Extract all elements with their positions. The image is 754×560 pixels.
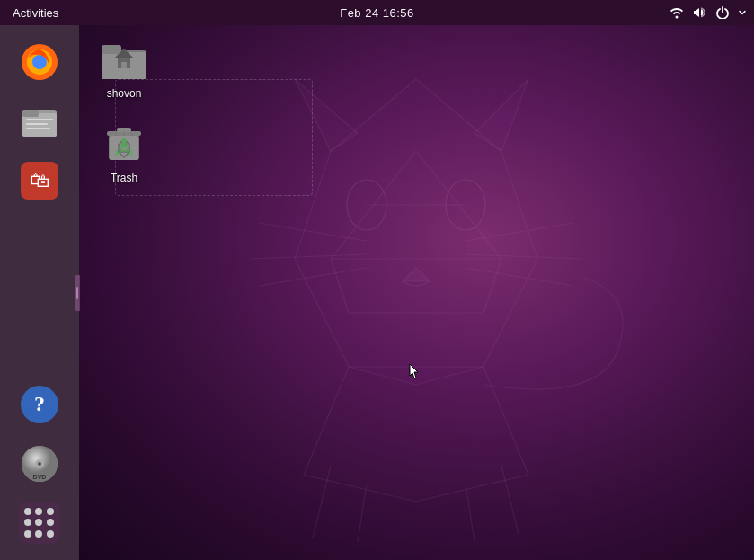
dock-item-firefox[interactable]: [12, 34, 67, 90]
files-icon: [19, 101, 60, 142]
grid-dot: [24, 530, 31, 538]
help-icon: ?: [19, 384, 60, 425]
show-applications-icon: [19, 502, 60, 544]
svg-rect-8: [26, 123, 48, 125]
svg-text:?: ?: [34, 392, 45, 415]
svg-point-0: [676, 16, 679, 19]
desktop: shovon: [79, 25, 754, 560]
dock: 🛍 ? DVD: [0, 25, 79, 560]
software-center-icon: 🛍: [19, 160, 60, 201]
svg-text:DVD: DVD: [33, 474, 47, 480]
dock-item-help[interactable]: ?: [12, 377, 67, 432]
topbar-datetime[interactable]: Feb 24 16:56: [340, 6, 414, 20]
activities-button[interactable]: Activities: [7, 6, 64, 20]
grid-dot: [24, 508, 31, 515]
system-menu-icon[interactable]: [738, 8, 747, 17]
grid-dot: [24, 519, 31, 526]
svg-text:♻: ♻: [118, 140, 130, 156]
network-icon[interactable]: [670, 6, 684, 19]
svg-point-17: [38, 462, 41, 466]
topbar-right: [670, 6, 747, 19]
grid-dot: [47, 519, 54, 526]
grid-dot: [35, 519, 42, 526]
trash-icon-container: ♻: [100, 119, 148, 167]
svg-line-34: [466, 484, 475, 542]
svg-rect-6: [22, 110, 39, 117]
volume-icon[interactable]: [693, 6, 707, 19]
dock-item-software[interactable]: 🛍: [12, 153, 67, 209]
home-folder-label: shovon: [103, 86, 146, 101]
svg-rect-48: [121, 62, 127, 68]
firefox-icon: [19, 41, 60, 83]
grid-dot: [35, 530, 42, 538]
svg-text:🛍: 🛍: [30, 169, 49, 191]
desktop-wallpaper: [79, 25, 754, 560]
dock-item-apps-grid[interactable]: [12, 495, 67, 551]
svg-rect-7: [26, 119, 53, 120]
desktop-icon-trash[interactable]: ♻ Trash: [88, 119, 160, 185]
grid-dot: [47, 508, 54, 515]
desktop-icons: shovon: [88, 34, 160, 185]
svg-line-33: [358, 484, 367, 542]
svg-marker-31: [304, 367, 528, 502]
home-folder-icon: [100, 34, 148, 83]
dock-item-files[interactable]: [12, 93, 67, 149]
svg-rect-9: [26, 128, 50, 129]
topbar-left: Activities: [7, 6, 64, 20]
desktop-icon-home[interactable]: shovon: [88, 34, 160, 101]
trash-label: Trash: [107, 171, 141, 185]
grid-dot: [35, 508, 42, 515]
power-icon[interactable]: [716, 6, 729, 19]
topbar: Activities Feb 24 16:56: [0, 0, 754, 25]
dock-item-dvd[interactable]: DVD: [12, 436, 67, 492]
svg-rect-45: [102, 45, 121, 54]
grid-dot: [47, 530, 54, 538]
dvd-icon: DVD: [19, 443, 60, 484]
dock-expand-handle[interactable]: [75, 275, 80, 311]
